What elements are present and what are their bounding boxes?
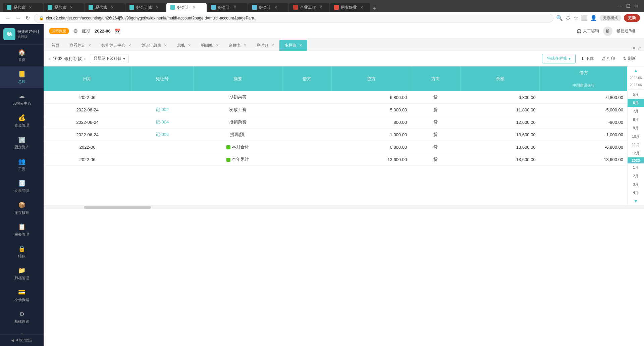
tab-close-multi[interactable]: ✕ (299, 43, 302, 48)
new-tab-button[interactable]: + (371, 5, 379, 12)
sidebar-item-fixed-assets[interactable]: 🏢 固定资产 (0, 132, 44, 154)
url-bar[interactable]: 🔒 cloud2.chanjet.com/accounting/uh26t264… (34, 14, 553, 22)
cell-voucher-link[interactable]: 记-006 (131, 129, 193, 141)
star-icon[interactable]: ☆ (574, 15, 578, 21)
tab-close-smart[interactable]: ✕ (128, 43, 131, 48)
consult-button[interactable]: 🎧 人工咨询 (577, 28, 599, 34)
browser-tab-7[interactable]: 好会计 ✕ (248, 3, 288, 12)
sidebar-item-close[interactable]: 🔒 结账 (0, 241, 44, 263)
tab-general-ledger[interactable]: 总账 ✕ (172, 40, 196, 51)
date-item-apr[interactable]: 4月 (628, 189, 644, 197)
sidebar-item-settings[interactable]: ⚙ 基础设置 (0, 306, 44, 328)
tab-close-5[interactable]: ✕ (193, 5, 196, 10)
tab-close-8[interactable]: ✕ (319, 5, 322, 10)
sidebar-item-funds[interactable]: 💰 资金管理 (0, 110, 44, 132)
scroll-thumb[interactable] (84, 206, 151, 209)
tab-home[interactable]: 首页 (46, 40, 64, 51)
search-icon[interactable]: 🔍 (556, 15, 563, 21)
tab-close-general[interactable]: ✕ (188, 43, 191, 48)
cell-direction: 贷 (411, 116, 460, 129)
tab-close-7[interactable]: ✕ (274, 5, 277, 10)
print-button[interactable]: 🖨 打印 (599, 54, 618, 63)
tab-close-6[interactable]: ✕ (233, 5, 236, 10)
expand-tabs-icon[interactable]: ⤢ (637, 45, 641, 51)
download-button[interactable]: ⬇ 下载 (578, 54, 596, 63)
refresh-button[interactable]: ↻ (24, 14, 31, 22)
browser-tab-3[interactable]: 易代账 ✕ (85, 3, 125, 12)
browser-tab-9[interactable]: 用友好业 ✕ (330, 3, 370, 12)
shield-icon[interactable]: 🛡 (566, 15, 571, 21)
date-item-may[interactable]: 5月 (628, 90, 644, 99)
close-button[interactable]: ✕ (635, 3, 639, 9)
tab-close-1[interactable]: ✕ (29, 5, 32, 10)
sidebar-item-inventory[interactable]: 📦 库存核算 (0, 197, 44, 219)
browser-tab-4[interactable]: 好会计账 ✕ (125, 3, 166, 12)
sidebar-item-guide[interactable]: 🎓 新手引导 (0, 328, 44, 334)
minimize-button[interactable]: ─ (619, 3, 622, 9)
next-account-button[interactable]: › (84, 56, 86, 62)
tab-close-balance[interactable]: ✕ (244, 43, 247, 48)
date-item-nov[interactable]: 11月 (628, 141, 644, 149)
tab-multi-column[interactable]: 多栏账 ✕ (279, 40, 307, 51)
date-item-july[interactable]: 7月 (628, 107, 644, 115)
notrack-button[interactable]: 无痕模式 (600, 15, 621, 21)
browser-tab-8[interactable]: 企业工作 ✕ (289, 3, 329, 12)
cell-voucher-link[interactable]: 记-004 (131, 116, 193, 129)
date-scroll-up-button[interactable]: ▲ (632, 66, 640, 75)
tab-close-detail[interactable]: ✕ (216, 43, 219, 48)
date-item-june[interactable]: 6月 (628, 99, 644, 107)
calendar-icon[interactable]: 📅 (115, 29, 120, 34)
tab-journal[interactable]: 序时账 ✕ (252, 40, 279, 51)
tab-close-summary[interactable]: ✕ (164, 43, 167, 48)
date-scroll-down-button[interactable]: ▼ (632, 197, 640, 205)
tab-smart-voucher[interactable]: 智能凭证中心 ✕ (96, 40, 136, 51)
sidebar-item-cloud-report[interactable]: ☁ 云报表中心 (0, 88, 44, 110)
profile-icon[interactable]: 👤 (590, 15, 597, 21)
tab-close-voucher[interactable]: ✕ (88, 43, 91, 48)
horizontal-scrollbar[interactable] (44, 205, 644, 209)
sidebar-item-archive[interactable]: 📁 归档管理 (0, 263, 44, 285)
update-button[interactable]: 更新 (624, 14, 640, 22)
refresh-button-toolbar[interactable]: ↻ 刷新 (621, 54, 639, 63)
cell-date: 2022-06 (44, 153, 131, 166)
browser-tab-6[interactable]: 好会计 ✕ (207, 3, 248, 12)
tab-voucher-summary[interactable]: 凭证汇总表 ✕ (136, 40, 172, 51)
browser-tab-5[interactable]: 好会计 ✕ (166, 3, 207, 12)
tab-close-9[interactable]: ✕ (360, 5, 363, 10)
maximize-button[interactable]: ❐ (626, 3, 631, 9)
sidebar-item-payroll[interactable]: 👥 工资 (0, 154, 44, 176)
date-item-oct[interactable]: 10月 (628, 132, 644, 141)
browser-tab-1[interactable]: 易代账 ✕ (3, 3, 43, 12)
filter-dropdown[interactable]: 只显示下级科目 ▾ (90, 54, 129, 63)
tab-balance[interactable]: 余额表 ✕ (224, 40, 252, 51)
tab-detail-ledger[interactable]: 明细账 ✕ (196, 40, 224, 51)
date-item-dec[interactable]: 12月 (628, 149, 644, 157)
forward-button[interactable]: → (14, 14, 22, 22)
date-item-sep[interactable]: 9月 (628, 124, 644, 132)
settings-icon[interactable]: ⚙ (73, 28, 78, 34)
ledger-table: 日期 凭证号 摘要 借方 贷方 方向 余额 借方 (44, 66, 627, 166)
sidebar-item-ledger[interactable]: 📒 总账 (0, 66, 44, 88)
prev-account-button[interactable]: ‹ (49, 56, 51, 62)
sidebar-item-home[interactable]: 🏠 首页 (0, 45, 44, 66)
sidebar-item-tax[interactable]: 📋 税务管理 (0, 219, 44, 241)
tab-close-2[interactable]: ✕ (70, 5, 73, 10)
date-item-jan[interactable]: 1月 (628, 163, 644, 172)
tab-favicon-3 (89, 5, 93, 10)
tab-close-3[interactable]: ✕ (111, 5, 114, 10)
extensions-icon[interactable]: ⬜ (581, 15, 588, 21)
tab-voucher-view[interactable]: 查看凭证 ✕ (64, 40, 96, 51)
tab-close-4[interactable]: ✕ (156, 5, 159, 10)
back-button[interactable]: ← (4, 14, 12, 22)
date-item-feb[interactable]: 2月 (628, 172, 644, 180)
cell-voucher-link[interactable]: 记-002 (131, 104, 193, 116)
date-item-aug[interactable]: 8月 (628, 115, 644, 124)
sidebar-item-expense[interactable]: 💳 小畅报销 (0, 285, 44, 306)
collapse-tabs-icon[interactable]: ✕ (632, 45, 636, 51)
browser-tab-2[interactable]: 易代账 ✕ (44, 3, 84, 12)
tab-close-journal[interactable]: ✕ (271, 43, 274, 48)
sidebar-item-invoice[interactable]: 🧾 发票管理 (0, 176, 44, 197)
date-item-mar[interactable]: 3月 (628, 180, 644, 189)
special-multi-column-button[interactable]: 特殊多栏账 ▾ (542, 54, 576, 63)
unpin-button[interactable]: ◀ ◀ 取消固定 (3, 338, 40, 343)
